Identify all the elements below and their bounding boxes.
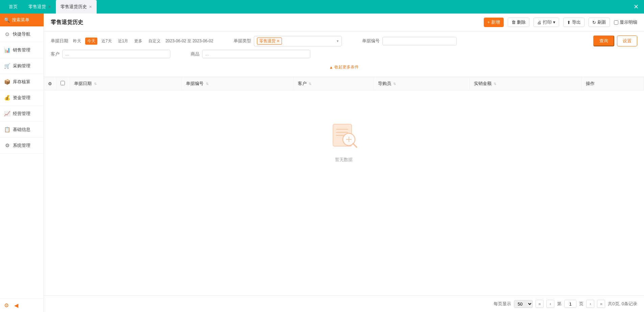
next-page-button[interactable]: › (586, 300, 594, 308)
page-number-input[interactable] (564, 300, 576, 308)
refresh-button[interactable]: ↻ 刷新 (589, 18, 610, 27)
date-btn-more[interactable]: 更多 (132, 38, 144, 45)
page-header: 零售退货历史 + 新增 🗑 删除 🖨 🖨 打印 打印 ▾ ⬆ 导出 ↻ (44, 14, 644, 31)
type-filter-item: 单据类型 零售退货 ✕ ▾ (234, 36, 342, 46)
purchase-icon: 🛒 (4, 63, 10, 69)
settings-icon: ⚙ (48, 81, 52, 86)
number-filter-item: 单据编号 (362, 37, 457, 45)
sidebar-item-label: 经营管理 (13, 111, 30, 117)
prev-page-button[interactable]: ‹ (546, 300, 554, 308)
sidebar-item-operations[interactable]: 📈 经营管理 (0, 106, 44, 122)
sidebar-item-system-mgmt[interactable]: ⚙ 系统管理 (0, 138, 44, 154)
th-settings[interactable]: ⚙ (44, 77, 56, 90)
sidebar-item-label: 销售管理 (13, 47, 30, 53)
customer-select[interactable]: ... (62, 50, 170, 58)
th-date[interactable]: 单据日期 ⇅ (70, 77, 182, 90)
date-sort-icon: ⇅ (94, 82, 97, 86)
goods-ellipsis: ... (205, 51, 209, 57)
collapse-row: ▲ 收起更多条件 (51, 62, 637, 73)
tab-retail-return-label: 零售退货 (28, 4, 46, 10)
sidebar-item-quick-nav[interactable]: ⊙ 快捷导航 (0, 26, 44, 42)
sidebar-bottom: ⚙ ◀ (0, 298, 44, 312)
sidebar-item-purchase-mgmt[interactable]: 🛒 采购管理 (0, 58, 44, 74)
empty-state-cell: 暂无数据 (44, 90, 644, 190)
query-button[interactable]: 查询 (593, 36, 614, 46)
pagination: 每页显示 10 20 50 100 « ‹ 第 页 › » 共0页, 0条记录 (44, 295, 644, 312)
tab-home[interactable]: 首页 (3, 0, 24, 14)
goods-filter-label: 商品 (191, 51, 199, 57)
sidebar-item-sales-mgmt[interactable]: 📊 销售管理 (0, 42, 44, 58)
th-action: 操作 (581, 77, 644, 90)
date-btn-custom[interactable]: 自定义 (146, 38, 163, 45)
date-btn-7days[interactable]: 近7天 (99, 38, 114, 45)
print-icon: 🖨 (537, 20, 542, 25)
sidebar-item-base-info[interactable]: 📋 基础信息 (0, 122, 44, 138)
collapse-sidebar-icon[interactable]: ◀ (14, 302, 18, 309)
settings-bottom-icon[interactable]: ⚙ (4, 302, 9, 309)
main-layout: 🔍 搜索菜单 ⊙ 快捷导航 📊 销售管理 🛒 采购管理 📦 库存核算 💰 资金管… (0, 14, 644, 312)
th-customer[interactable]: 客户 ⇅ (293, 77, 374, 90)
search-menu-button[interactable]: 🔍 搜索菜单 (0, 14, 44, 26)
collapse-icon: ▲ (329, 65, 333, 70)
th-guide[interactable]: 导购员 ⇅ (374, 77, 470, 90)
setting-button[interactable]: 设置 (617, 36, 637, 46)
th-amount[interactable]: 实销金额 ⇅ (470, 77, 581, 90)
top-bar: 首页 零售退货 ✕ 零售退货历史 ✕ ✕ (0, 0, 644, 14)
select-all-checkbox[interactable] (61, 81, 65, 85)
print-button[interactable]: 🖨 🖨 打印 打印 ▾ (533, 18, 559, 27)
page-size-label: 每页显示 (494, 301, 511, 307)
number-input[interactable] (382, 37, 457, 45)
toolbar: + 新增 🗑 删除 🖨 🖨 打印 打印 ▾ ⬆ 导出 ↻ 刷新 (484, 18, 637, 27)
table-header-row: ⚙ 单据日期 ⇅ 单据编号 ⇅ (44, 77, 644, 90)
show-detail-label: 显示明细 (620, 19, 637, 25)
tab-retail-return-history-close[interactable]: ✕ (89, 5, 92, 9)
sidebar-item-inventory[interactable]: 📦 库存核算 (0, 74, 44, 90)
number-filter-label: 单据编号 (362, 38, 380, 44)
type-tag: 零售退货 ✕ (257, 38, 282, 45)
type-select[interactable]: 零售退货 ✕ ▾ (254, 36, 342, 46)
th-number[interactable]: 单据编号 ⇅ (182, 77, 293, 90)
date-btn-today[interactable]: 今天 (85, 38, 97, 45)
empty-illustration (327, 117, 361, 151)
date-filter-label: 单据日期 (51, 38, 68, 44)
first-page-button[interactable]: « (535, 300, 544, 308)
filter-area: 单据日期 昨天 今天 近7天 近1月 更多 自定义 2023-06-02 至 2… (44, 31, 644, 77)
collapse-button[interactable]: ▲ 收起更多条件 (325, 64, 363, 71)
sidebar-item-label: 库存核算 (13, 79, 30, 85)
export-button[interactable]: ⬆ 导出 (563, 18, 585, 27)
type-tag-close[interactable]: ✕ (277, 39, 280, 43)
date-filter-buttons: 昨天 今天 近7天 近1月 更多 自定义 (71, 38, 163, 45)
data-table: ⚙ 单据日期 ⇅ 单据编号 ⇅ (44, 77, 644, 190)
goods-select[interactable]: ... (202, 50, 310, 58)
window-close-button[interactable]: ✕ (631, 3, 641, 10)
filter-row-2: 客户 ... 商品 ... (51, 50, 637, 58)
show-detail-checkbox-label[interactable]: 显示明细 (614, 19, 637, 25)
show-detail-checkbox[interactable] (614, 20, 618, 25)
total-records-info: 共0页, 0条记录 (608, 301, 637, 307)
goods-filter-item: 商品 ... (191, 50, 310, 58)
base-info-icon: 📋 (4, 127, 10, 133)
date-btn-1month[interactable]: 近1月 (116, 38, 130, 45)
th-checkbox[interactable] (56, 77, 70, 90)
amount-sort-icon: ⇅ (494, 82, 496, 86)
date-btn-yesterday[interactable]: 昨天 (71, 38, 83, 45)
type-tag-value: 零售退货 (259, 38, 276, 44)
customer-filter-label: 客户 (51, 51, 59, 57)
new-button[interactable]: + 新增 (484, 18, 504, 27)
delete-button[interactable]: 🗑 删除 (508, 18, 530, 27)
tab-bar: 首页 零售退货 ✕ 零售退货历史 ✕ (3, 0, 631, 14)
type-dropdown-arrow: ▾ (337, 39, 339, 43)
number-sort-icon: ⇅ (206, 82, 209, 86)
page-size-select[interactable]: 10 20 50 100 (514, 300, 533, 308)
last-page-button[interactable]: » (597, 300, 605, 308)
tab-home-label: 首页 (9, 4, 18, 10)
sidebar-item-label: 采购管理 (13, 63, 30, 69)
export-icon: ⬆ (567, 20, 571, 25)
tab-retail-return-history[interactable]: 零售退货历史 ✕ (56, 0, 97, 14)
tab-retail-return-close[interactable]: ✕ (48, 5, 51, 9)
sidebar-item-finance[interactable]: 💰 资金管理 (0, 90, 44, 106)
refresh-icon: ↻ (592, 20, 596, 25)
customer-sort-icon: ⇅ (309, 82, 311, 86)
date-filter-item: 单据日期 昨天 今天 近7天 近1月 更多 自定义 2023-06-02 至 2… (51, 38, 213, 45)
tab-retail-return[interactable]: 零售退货 ✕ (24, 0, 56, 14)
